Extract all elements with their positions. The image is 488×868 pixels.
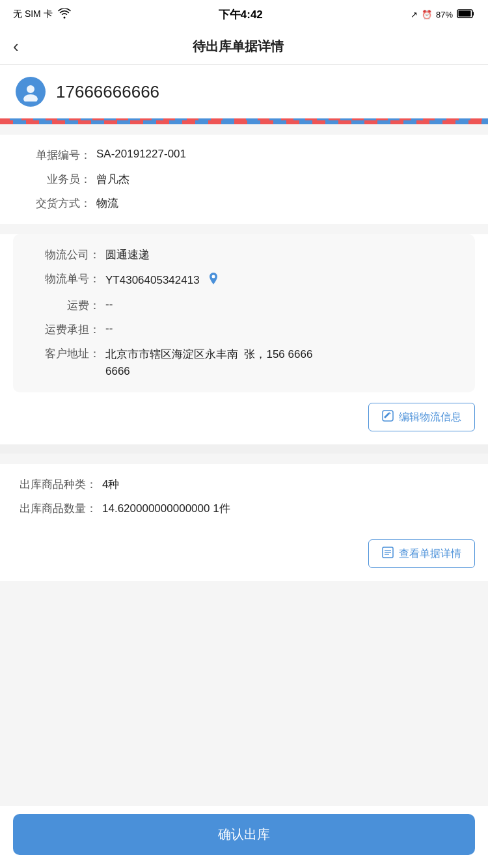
view-detail-row: 查看单据详情 (0, 529, 488, 581)
empty-space (0, 581, 488, 685)
edit-logistics-button[interactable]: 编辑物流信息 (368, 403, 475, 431)
alarm-icon: ⏰ (422, 10, 432, 20)
address-label: 客户地址： (29, 346, 100, 361)
list-icon (382, 547, 394, 561)
edit-btn-label: 编辑物流信息 (399, 411, 461, 424)
goods-quantity-label: 出库商品数量： (20, 501, 97, 516)
delivery-label: 交货方式： (20, 196, 91, 211)
document-value: SA-20191227-001 (96, 148, 468, 161)
freight-bear-row: 运费承担： -- (29, 322, 459, 337)
view-detail-button[interactable]: 查看单据详情 (368, 539, 475, 568)
svg-point-4 (211, 275, 215, 278)
svg-point-2 (27, 85, 34, 93)
logistics-company-label: 物流公司： (29, 247, 100, 262)
page-title: 待出库单据详情 (32, 38, 445, 55)
goods-types-label: 出库商品种类： (20, 477, 97, 492)
map-pin-icon[interactable] (206, 271, 221, 289)
back-button[interactable]: ‹ (13, 36, 19, 57)
freight-row: 运费： -- (29, 298, 459, 313)
order-number-text: YT4306405342413 (105, 274, 200, 287)
logistics-order-value: YT4306405342413 (105, 271, 459, 289)
avatar (16, 77, 46, 107)
freight-value: -- (105, 298, 459, 311)
freight-label: 运费： (29, 298, 100, 313)
freight-bear-value: -- (105, 322, 459, 335)
agent-value: 曾凡杰 (96, 172, 468, 187)
agent-label: 业务员： (20, 172, 91, 187)
address-value: 北京市市辖区海淀区永丰南 张，156 66666666 (105, 346, 459, 379)
battery-percent: 87% (436, 10, 453, 20)
view-detail-label: 查看单据详情 (399, 547, 461, 561)
goods-quantity-row: 出库商品数量： 14.620000000000000 1件 (20, 501, 468, 516)
edit-btn-row: 编辑物流信息 (0, 392, 488, 444)
location-status-icon: ↗ (411, 10, 418, 20)
delivery-value: 物流 (96, 196, 468, 211)
basic-info-section: 单据编号： SA-20191227-001 业务员： 曾凡杰 交货方式： 物流 (0, 135, 488, 224)
logistics-card: 物流公司： 圆通速递 物流单号： YT4306405342413 运费： -- … (13, 234, 475, 392)
battery-icon (457, 8, 475, 21)
decorative-divider (0, 120, 488, 124)
user-header: 17666666666 (0, 65, 488, 120)
logistics-company-row: 物流公司： 圆通速递 (29, 247, 459, 262)
status-time: 下午4:42 (219, 7, 263, 22)
address-row: 客户地址： 北京市市辖区海淀区永丰南 张，156 66666666 (29, 346, 459, 379)
section-divider-1 (0, 444, 488, 454)
logistics-order-row: 物流单号： YT4306405342413 (29, 271, 459, 289)
status-bar: 无 SIM 卡 下午4:42 ↗ ⏰ 87% (0, 0, 488, 29)
logistics-order-label: 物流单号： (29, 271, 100, 286)
freight-bear-label: 运费承担： (29, 322, 100, 337)
goods-types-value: 4种 (102, 477, 468, 492)
bottom-bar: 确认出库 (0, 806, 488, 868)
logistics-company-value: 圆通速递 (105, 247, 459, 262)
goods-quantity-value: 14.620000000000000 1件 (102, 501, 468, 516)
user-phone: 17666666666 (56, 82, 159, 102)
status-left: 无 SIM 卡 (13, 8, 71, 21)
svg-point-3 (23, 94, 38, 102)
address-text: 北京市市辖区海淀区永丰南 张，156 66666666 (105, 346, 312, 379)
nav-bar: ‹ 待出库单据详情 (0, 29, 488, 65)
document-row: 单据编号： SA-20191227-001 (20, 148, 468, 163)
delivery-row: 交货方式： 物流 (20, 196, 468, 211)
logistics-wrapper: 物流公司： 圆通速递 物流单号： YT4306405342413 运费： -- … (0, 234, 488, 444)
status-right: ↗ ⏰ 87% (411, 8, 475, 21)
sim-label: 无 SIM 卡 (13, 8, 53, 20)
wifi-icon (58, 8, 71, 21)
goods-types-row: 出库商品种类： 4种 (20, 477, 468, 492)
edit-icon (382, 410, 394, 424)
goods-section: 出库商品种类： 4种 出库商品数量： 14.620000000000000 1件 (0, 464, 488, 529)
svg-rect-1 (458, 10, 470, 16)
agent-row: 业务员： 曾凡杰 (20, 172, 468, 187)
confirm-outbound-button[interactable]: 确认出库 (13, 814, 475, 855)
document-label: 单据编号： (20, 148, 91, 163)
